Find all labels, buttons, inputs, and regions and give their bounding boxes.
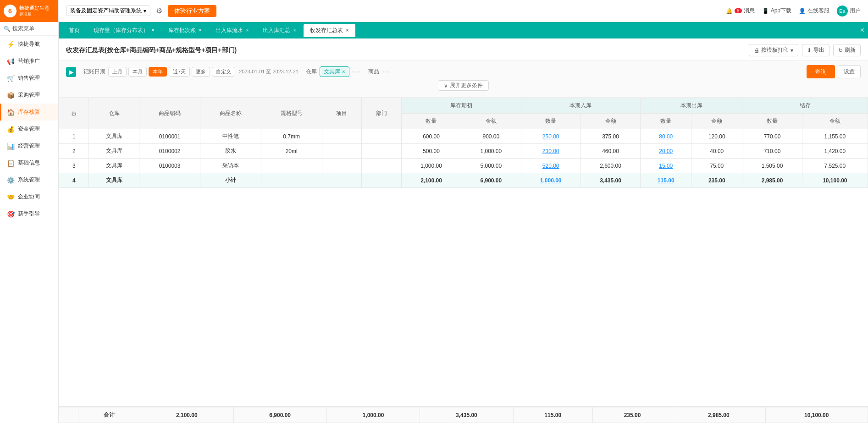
filter-settings-button[interactable]: 设置 [838, 65, 861, 78]
tab-inventory-dist[interactable]: 现存量（库存分布表） × [87, 24, 161, 37]
table-gear-icon[interactable]: ⚙ [71, 110, 77, 117]
footer-close-amt: 10,100.00 [765, 407, 868, 423]
date-btn-custom[interactable]: 自定义 [212, 67, 235, 77]
sidebar-item-system[interactable]: ⚙️ 系统管理 [0, 171, 58, 188]
notification-badge: 6 [735, 8, 742, 13]
warehouse-tag-close[interactable]: × [342, 69, 345, 75]
table-row-subtotal: 4 文具库 小计 2,100.00 6,900.00 1,000.00 3,43… [59, 173, 868, 188]
sidebar-search[interactable]: 🔍 搜索菜单 [0, 22, 58, 36]
filter-goods-label: 商品 [368, 68, 379, 76]
main-content: 装备及固定资产辅助管理系统 ▾ ⚙ 体验行业方案 🔔 6 消息 📱 App下载 … [59, 0, 868, 423]
filter-date-label: 记账日期 [83, 68, 105, 76]
filter-toggle-button[interactable]: ▶ [66, 67, 76, 77]
cell-out-qty-3[interactable]: 15.00 [641, 159, 691, 173]
sidebar-item-operations[interactable]: 📊 经营管理 [0, 137, 58, 154]
sidebar-item-basic[interactable]: 📋 基础信息 [0, 154, 58, 171]
date-btn-7days[interactable]: 近7天 [169, 67, 190, 77]
th-in-qty: 数量 [521, 114, 581, 129]
date-btn-thisyear[interactable]: 本年 [149, 67, 167, 77]
cell-close-amt-3: 7,525.00 [802, 159, 868, 173]
tab-inout-flow-close[interactable]: × [246, 27, 249, 33]
date-btn-lastmonth[interactable]: 上月 [108, 67, 127, 77]
in-qty-link-2[interactable]: 230.00 [542, 148, 559, 154]
sidebar-item-purchase[interactable]: 📦 采购管理 [0, 87, 58, 104]
tab-receive-summary[interactable]: 收发存汇总表 × [304, 24, 355, 37]
service-icon: 👤 [799, 8, 806, 14]
cell-out-qty-1[interactable]: 80.00 [641, 129, 691, 144]
tab-inout-summary[interactable]: 出入库汇总 × [256, 24, 303, 37]
sidebar-item-enterprise[interactable]: 🤝 企业协同 [0, 188, 58, 205]
date-btn-thismonth[interactable]: 本月 [128, 67, 147, 77]
cell-in-qty-3[interactable]: 520.00 [521, 159, 581, 173]
tab-batch-ledger[interactable]: 库存批次账 × [162, 24, 208, 37]
tab-home[interactable]: 首页 [62, 24, 86, 37]
tab-home-label: 首页 [69, 27, 80, 34]
filter-date-group: 记账日期 上月 本月 本年 近7天 更多 自定义 2023-01-01 至 20… [83, 67, 299, 77]
out-qty-link-2[interactable]: 20.00 [659, 148, 673, 154]
date-btn-more[interactable]: 更多 [192, 67, 210, 77]
warehouse-tag: 文具库 × [320, 66, 349, 77]
search-button[interactable]: 查询 [807, 65, 835, 78]
sidebar-item-label-purchase: 采购管理 [18, 91, 40, 99]
purchase-icon: 📦 [7, 92, 14, 99]
footer-in-amt: 3,435.00 [420, 407, 513, 423]
sidebar-item-sales[interactable]: 🛒 销售管理 [0, 70, 58, 87]
refresh-button[interactable]: ↻ 刷新 [833, 44, 861, 56]
cell-name-1: 中性笔 [200, 129, 261, 144]
sidebar-item-label-enterprise: 企业协同 [18, 193, 40, 201]
online-service-item[interactable]: 👤 在线客服 [799, 7, 829, 15]
expand-conditions-button[interactable]: ∨ 展开更多条件 [438, 80, 489, 91]
export-icon: ⬇ [807, 47, 812, 54]
cell-open-amt-2: 1,000.00 [461, 144, 521, 159]
sidebar-item-marketing[interactable]: 📢 营销推广 [0, 53, 58, 70]
cell-out-qty-2[interactable]: 20.00 [641, 144, 691, 159]
app-download-item[interactable]: 📱 App下载 [762, 7, 791, 15]
cell-out-qty-4[interactable]: 115.00 [641, 173, 691, 188]
cell-open-qty-1: 600.00 [401, 129, 461, 144]
th-settings[interactable]: ⚙ [59, 98, 89, 129]
cell-in-qty-4[interactable]: 1,000.00 [521, 173, 581, 188]
settings-icon[interactable]: ⚙ [156, 6, 162, 15]
th-closing: 结存 [742, 98, 868, 114]
print-label: 按模板打印 [761, 46, 789, 54]
tabbar-close-icon[interactable]: × [860, 26, 864, 34]
cell-open-amt-4: 6,900.00 [461, 173, 521, 188]
sidebar-item-label-basic: 基础信息 [18, 159, 40, 167]
out-qty-link-3[interactable]: 15.00 [659, 163, 673, 169]
user-item[interactable]: Ea 用户 [837, 5, 861, 16]
sidebar-item-inventory[interactable]: 🏠 库存核算 [0, 104, 58, 121]
tab-receive-summary-close[interactable]: × [346, 27, 349, 33]
notification-item[interactable]: 🔔 6 消息 [726, 7, 755, 15]
basic-icon: 📋 [7, 159, 14, 167]
sidebar-item-guide[interactable]: 🎯 新手引导 [0, 205, 58, 222]
in-qty-link-3[interactable]: 520.00 [542, 163, 559, 169]
system-icon: ⚙️ [7, 176, 14, 184]
in-qty-link-4[interactable]: 1,000.00 [540, 177, 562, 184]
tab-batch-ledger-close[interactable]: × [199, 27, 202, 33]
tab-inout-summary-close[interactable]: × [293, 27, 296, 33]
refresh-label: 刷新 [845, 46, 856, 54]
cell-seq-1: 1 [59, 129, 89, 144]
out-qty-link-1[interactable]: 80.00 [659, 133, 673, 140]
footer-close-qty: 2,985.00 [672, 407, 765, 423]
system-selector[interactable]: 装备及固定资产辅助管理系统 ▾ [66, 5, 150, 16]
sidebar-item-finance[interactable]: 💰 资金管理 [0, 121, 58, 137]
in-qty-link-1[interactable]: 250.00 [542, 133, 559, 140]
print-button[interactable]: 🖨 按模板打印 ▾ [749, 44, 798, 56]
refresh-icon: ↻ [838, 47, 843, 54]
page-header-actions: 🖨 按模板打印 ▾ ⬇ 导出 ↻ 刷新 [749, 44, 861, 56]
table-row: 3 文具库 0100003 采访本 1,000.00 5,000.00 520.… [59, 159, 868, 173]
tab-inout-flow[interactable]: 出入库流水 × [209, 24, 255, 37]
cell-in-qty-2[interactable]: 230.00 [521, 144, 581, 159]
cell-name-2: 胶水 [200, 144, 261, 159]
cell-in-qty-1[interactable]: 250.00 [521, 129, 581, 144]
out-qty-link-4[interactable]: 115.00 [658, 177, 674, 184]
goods-dots[interactable]: ··· [382, 68, 391, 76]
sidebar-item-quicknav[interactable]: ⚡ 快捷导航 [0, 36, 58, 53]
chevron-down-icon-expand: ∨ [444, 82, 448, 89]
warehouse-dots[interactable]: ··· [352, 68, 361, 76]
trial-button[interactable]: 体验行业方案 [168, 5, 216, 17]
tab-inventory-dist-close[interactable]: × [151, 27, 155, 33]
cell-out-amt-1: 120.00 [691, 129, 742, 144]
export-button[interactable]: ⬇ 导出 [802, 44, 829, 56]
